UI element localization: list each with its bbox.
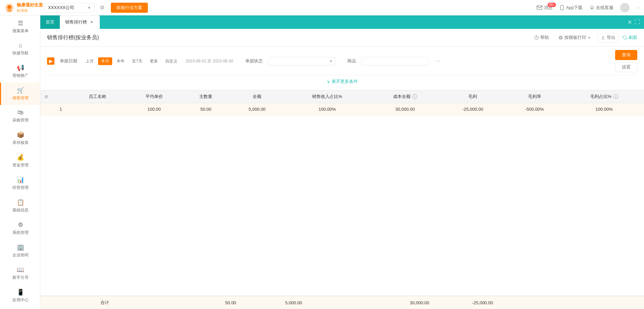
avatar [620, 3, 630, 12]
sidebar-item-purchase[interactable]: 🛍 采购管理 [0, 105, 40, 127]
sidebar-item-sales[interactable]: 🛒 销售管理 [0, 83, 40, 105]
sidebar-item-search[interactable]: ☰ 搜索菜单 [0, 15, 40, 38]
company-selector[interactable]: XXXXXX公司 ▼ [44, 3, 95, 12]
date-btn-thisyear[interactable]: 本年 [114, 57, 128, 65]
more-dots[interactable]: ··· [435, 58, 440, 64]
goods-input[interactable] [361, 57, 429, 65]
marketing-icon: 📢 [17, 64, 24, 71]
help-btn[interactable]: ? 帮助 [531, 33, 552, 42]
app-icon [559, 5, 565, 10]
filter-expand-toggle[interactable]: ▶ [47, 57, 54, 65]
trial-btn[interactable]: 体验行业方案 [111, 3, 148, 13]
col-gross-pct: 毛利占比% i [564, 90, 644, 103]
logo-icon [4, 2, 15, 13]
page-actions: ? 帮助 按模板打印 ▼ 导出 刷新 [531, 33, 637, 42]
guide-icon: 📖 [17, 266, 24, 273]
online-service-btn[interactable]: 在线客服 [589, 5, 613, 11]
col-settings[interactable]: ⚙ [40, 90, 52, 103]
sidebar-item-appcenter[interactable]: 📱 应用中心 [0, 285, 40, 307]
filter-bar: ▶ 单据日期 上月 本月 本年 近7天 更多 自定义 2023-06-01 至 … [40, 47, 644, 90]
col-avg-price: 平均单价 [126, 90, 182, 103]
page-title: 销售排行榜(按业务员) [47, 34, 99, 41]
footer-label: 合计 [73, 300, 136, 306]
table-body: 1 100.00 50.00 [40, 103, 644, 115]
headset-icon [589, 5, 595, 10]
row-sales-pct-cell: 100.00% [285, 103, 370, 115]
table-header-row: ⚙ 员工名称 平均单价 主数量 [40, 90, 644, 103]
sales-icon: 🛒 [17, 87, 24, 94]
print-icon [558, 35, 563, 40]
expand-icon: ∨ [327, 79, 330, 84]
row-avg-price-cell: 100.00 [126, 103, 182, 115]
system-icon: ⚙ [18, 221, 23, 228]
row-rank-cell: 1 [52, 103, 69, 115]
tab-close-window-btn[interactable]: ✕ [628, 19, 632, 25]
app-dl-label: App下载 [566, 5, 583, 11]
template-print-dropdown[interactable]: ▼ [588, 36, 591, 40]
sidebar-item-baseinfo-label: 基础信息 [12, 207, 29, 213]
sidebar-item-quicknav[interactable]: ⌂ 快捷导航 [0, 38, 40, 60]
svg-rect-5 [560, 5, 563, 10]
sidebar-item-guide[interactable]: 📖 新手引导 [0, 262, 40, 285]
sidebar-item-baseinfo[interactable]: 📋 基础信息 [0, 195, 40, 217]
sidebar-item-marketing-label: 营销推广 [12, 73, 29, 79]
sidebar-item-inventory[interactable]: 📦 库存核算 [0, 127, 40, 150]
tab-bar-right: ✕ ⛶ [628, 15, 644, 29]
col-cost: 成本全额 i [370, 90, 441, 103]
sidebar-item-system[interactable]: ⚙ 系统管理 [0, 217, 40, 240]
refresh-btn[interactable]: 刷新 [622, 35, 637, 41]
tab-sales-ranking-label: 销售排行榜 [65, 19, 87, 25]
col-rank [52, 90, 69, 103]
tab-maximize-btn[interactable]: ⛶ [635, 19, 640, 25]
row-gross-cell: -25,000.00 [441, 103, 505, 115]
tab-home[interactable]: 首页 [40, 15, 60, 29]
filter-toggle-icon[interactable]: ▶ [47, 57, 54, 65]
appcenter-icon: 📱 [17, 289, 24, 296]
table-wrapper: ⚙ 员工名称 平均单价 主数量 [40, 90, 644, 296]
sidebar-item-operations[interactable]: 📊 经营管理 [0, 172, 40, 195]
template-print-btn[interactable]: 按模板打印 ▼ [556, 33, 594, 42]
date-btn-more[interactable]: 更多 [147, 57, 161, 65]
data-table: ⚙ 员工名称 平均单价 主数量 [40, 90, 644, 115]
query-btn[interactable]: 查询 [615, 50, 637, 60]
sidebar-item-quicknav-label: 快捷导航 [12, 50, 29, 56]
status-select-wrapper [268, 57, 335, 65]
refresh-label: 刷新 [629, 35, 637, 41]
row-cost-cell: 30,000.00 [370, 103, 441, 115]
sidebar-item-marketing[interactable]: 📢 营销推广 [0, 60, 40, 83]
baseinfo-icon: 📋 [17, 199, 24, 206]
date-btn-thismonth[interactable]: 本月 [98, 57, 112, 65]
tab-close-btn[interactable]: × [89, 19, 94, 25]
col-gross: 毛利 [441, 90, 505, 103]
template-print-label: 按模板打印 [564, 35, 586, 41]
date-btn-7days[interactable]: 近7天 [129, 57, 145, 65]
footer-cost: 30,000.00 [388, 300, 451, 305]
expand-more-btn[interactable]: ∨ 展开更多条件 [324, 77, 360, 86]
footer-main-qty: 50.00 [199, 300, 262, 305]
sidebar-item-finance[interactable]: 💰 资金管理 [0, 150, 40, 172]
page-header: 销售排行榜(按业务员) ? 帮助 按模板打印 ▼ 导出 [40, 29, 644, 47]
sidebar-item-enterprise[interactable]: 🏢 企业协同 [0, 240, 40, 262]
tab-sales-ranking[interactable]: 销售排行榜 × [60, 15, 100, 29]
date-btn-lastmonth[interactable]: 上月 [83, 57, 97, 65]
filter-settings-btn[interactable]: 设置 [615, 62, 637, 72]
status-select[interactable] [268, 57, 335, 65]
cost-info-icon[interactable]: i [413, 94, 417, 99]
message-btn[interactable]: 消息 99+ [536, 5, 553, 11]
footer-gross: -25,000.00 [451, 300, 514, 305]
header-settings-btn[interactable]: ⚙ [97, 3, 107, 12]
grosspct-info-icon[interactable]: i [613, 94, 618, 99]
col-gross-rate: 毛利率 [505, 90, 564, 103]
date-input: 2023-06-01 至 2023-06-30 [186, 58, 233, 64]
sidebar-item-wechat[interactable]: 💬 企业微信 [0, 307, 40, 309]
filter-row-1: ▶ 单据日期 上月 本月 本年 近7天 更多 自定义 2023-06-01 至 … [47, 50, 637, 72]
row-gross-rate-cell: -500.00% [505, 103, 564, 115]
date-btn-custom[interactable]: 自定义 [162, 57, 180, 65]
action-btns-right: 查询 设置 [615, 50, 637, 72]
tab-bar: 首页 销售排行榜 × ✕ ⛶ [40, 15, 644, 29]
app-download-btn[interactable]: App下载 [559, 5, 583, 11]
svg-point-6 [562, 9, 562, 9]
svg-point-2 [7, 5, 11, 9]
svg-text:?: ? [536, 36, 538, 39]
export-btn[interactable]: 导出 [598, 33, 618, 42]
